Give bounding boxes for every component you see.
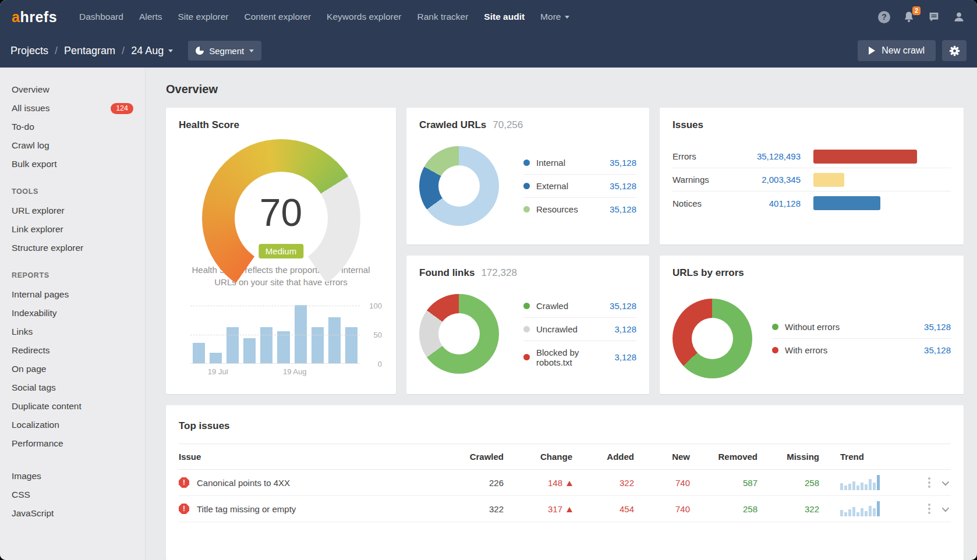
- sidebar-item-label: To-do: [12, 121, 34, 133]
- severity-count-link[interactable]: 2,003,345: [735, 175, 801, 185]
- notifications-button[interactable]: 2: [902, 10, 915, 23]
- found-links-body: Crawled35,128Uncrawled3,128Blocked by ro…: [419, 294, 636, 374]
- legend-value-link[interactable]: 35,128: [610, 301, 636, 311]
- sidebar-item-to-do[interactable]: To-do: [0, 118, 145, 136]
- sidebar-item-label: Links: [12, 326, 33, 338]
- breadcrumb-item-pentagram[interactable]: Pentagram: [64, 45, 115, 57]
- nav-item-more[interactable]: More: [540, 12, 569, 22]
- settings-button[interactable]: [942, 40, 967, 61]
- legend-value-link[interactable]: 35,128: [924, 322, 951, 332]
- sidebar-item-images[interactable]: Images: [0, 467, 145, 485]
- table-row[interactable]: !Title tag missing or empty3223174547402…: [179, 496, 951, 522]
- trend-bar: [277, 331, 289, 363]
- table-row[interactable]: !Canonical points to 4XX2261483227405872…: [179, 470, 951, 496]
- added-cell: 322: [572, 478, 634, 488]
- change-value: 148: [548, 478, 562, 488]
- sidebar-item-overview[interactable]: Overview: [0, 80, 145, 99]
- top-issues-header-row: IssueCrawledChangeAddedNewRemovedMissing…: [179, 444, 951, 470]
- breadcrumb-label: Pentagram: [64, 45, 115, 57]
- sidebar-item-social-tags[interactable]: Social tags: [0, 378, 145, 397]
- sidebar-item-all-issues[interactable]: All issues124: [0, 99, 145, 118]
- nav-item-alerts[interactable]: Alerts: [139, 12, 162, 22]
- dot: [928, 481, 930, 484]
- crawled-urls-body: Internal35,128External35,128Resources35,…: [419, 146, 636, 226]
- sparkline-bar: [840, 510, 843, 516]
- sparkline-bar: [869, 506, 872, 516]
- sidebar-item-label: Redirects: [12, 345, 49, 356]
- breadcrumb-item-24-aug[interactable]: 24 Aug: [131, 45, 173, 57]
- legend-dot: [772, 324, 778, 330]
- sparkline-bar: [861, 508, 863, 516]
- legend-row: Without errors35,128: [772, 316, 951, 339]
- severity-count-link[interactable]: 35,128,493: [735, 151, 801, 161]
- sidebar-item-links[interactable]: Links: [0, 322, 145, 341]
- nav-item-dashboard[interactable]: Dashboard: [79, 12, 123, 22]
- sparkline-bar: [877, 475, 880, 490]
- expand-row-chevron-icon[interactable]: [942, 478, 950, 485]
- sparkline-bar: [856, 485, 859, 490]
- legend-value-link[interactable]: 35,128: [610, 181, 636, 191]
- legend-value-link[interactable]: 3,128: [614, 352, 636, 362]
- nav-item-content-explorer[interactable]: Content explorer: [245, 12, 311, 22]
- sidebar-item-duplicate-content[interactable]: Duplicate content: [0, 397, 145, 416]
- nav-item-rank-tracker[interactable]: Rank tracker: [417, 12, 468, 22]
- sidebar-item-performance[interactable]: Performance: [0, 434, 145, 453]
- feedback-button[interactable]: [928, 10, 940, 23]
- crawled-cell: 322: [451, 504, 504, 514]
- account-button[interactable]: [953, 10, 965, 23]
- issues-card: Issues Errors35,128,493Warnings2,003,345…: [660, 108, 964, 244]
- sidebar-item-crawl-log[interactable]: Crawl log: [0, 136, 145, 155]
- breadcrumb-item-projects[interactable]: Projects: [10, 45, 48, 57]
- sidebar-item-bulk-export[interactable]: Bulk export: [0, 155, 145, 173]
- sidebar-item-css[interactable]: CSS: [0, 485, 145, 504]
- sidebar-item-localization[interactable]: Localization: [0, 416, 145, 434]
- issues-title: Issues: [672, 119, 703, 131]
- health-score-gauge: 70 Medium: [202, 139, 360, 297]
- help-icon[interactable]: ?: [878, 11, 890, 23]
- card-head: URLs by errors: [672, 267, 951, 279]
- legend-value-link[interactable]: 35,128: [610, 204, 636, 214]
- top-issues-title: Top issues: [179, 420, 951, 432]
- ahrefs-logo[interactable]: ahrefs: [12, 9, 57, 26]
- issue-severity-row: Notices401,128: [672, 192, 951, 215]
- found-links-donut-chart: [419, 294, 499, 374]
- health-score-value: 70: [202, 190, 360, 235]
- nav-item-site-explorer[interactable]: Site explorer: [178, 12, 229, 22]
- sparkline-bar: [873, 483, 876, 490]
- legend-value-link[interactable]: 3,128: [614, 324, 636, 334]
- sidebar-group: ImagesCSSJavaScript: [0, 467, 145, 523]
- sidebar-item-label: Performance: [12, 438, 63, 449]
- sidebar-item-structure-explorer[interactable]: Structure explorer: [0, 239, 145, 257]
- new-crawl-button[interactable]: New crawl: [858, 40, 936, 61]
- sidebar-item-label: URL explorer: [12, 205, 65, 217]
- sidebar-item-internal-pages[interactable]: Internal pages: [0, 285, 145, 304]
- found-links-legend: Crawled35,128Uncrawled3,128Blocked by ro…: [523, 295, 636, 374]
- chevron-down-icon: [168, 49, 173, 52]
- logo-letter-a: a: [12, 9, 20, 25]
- sidebar-item-label: Link explorer: [12, 224, 63, 235]
- sidebar-item-label: Localization: [12, 419, 59, 431]
- play-icon: [869, 47, 875, 55]
- legend-value-link[interactable]: 35,128: [924, 345, 951, 355]
- more-options-icon[interactable]: [927, 502, 932, 515]
- expand-row-chevron-icon[interactable]: [942, 504, 950, 512]
- sidebar-item-on-page[interactable]: On page: [0, 360, 145, 378]
- legend-dot: [523, 326, 530, 332]
- segment-dropdown[interactable]: Segment: [188, 41, 261, 61]
- sidebar-item-indexability[interactable]: Indexability: [0, 304, 145, 322]
- severity-count-link[interactable]: 401,128: [735, 199, 801, 208]
- sidebar-item-link-explorer[interactable]: Link explorer: [0, 220, 145, 239]
- sidebar-item-url-explorer[interactable]: URL explorer: [0, 201, 145, 220]
- issue-name: Title tag missing or empty: [197, 504, 296, 514]
- more-options-icon[interactable]: [927, 476, 932, 489]
- nav-item-keywords-explorer[interactable]: Keywords explorer: [327, 12, 401, 22]
- legend-dot: [772, 347, 778, 353]
- sidebar-item-redirects[interactable]: Redirects: [0, 341, 145, 360]
- sidebar: OverviewAll issues124To-doCrawl logBulk …: [0, 68, 146, 560]
- nav-item-site-audit[interactable]: Site audit: [484, 12, 525, 22]
- sidebar-item-javascript[interactable]: JavaScript: [0, 504, 145, 523]
- sparkline-bar: [869, 479, 872, 490]
- nav-item-label: Dashboard: [79, 12, 123, 22]
- legend-value-link[interactable]: 35,128: [610, 158, 636, 168]
- sparkline-bar: [877, 501, 880, 516]
